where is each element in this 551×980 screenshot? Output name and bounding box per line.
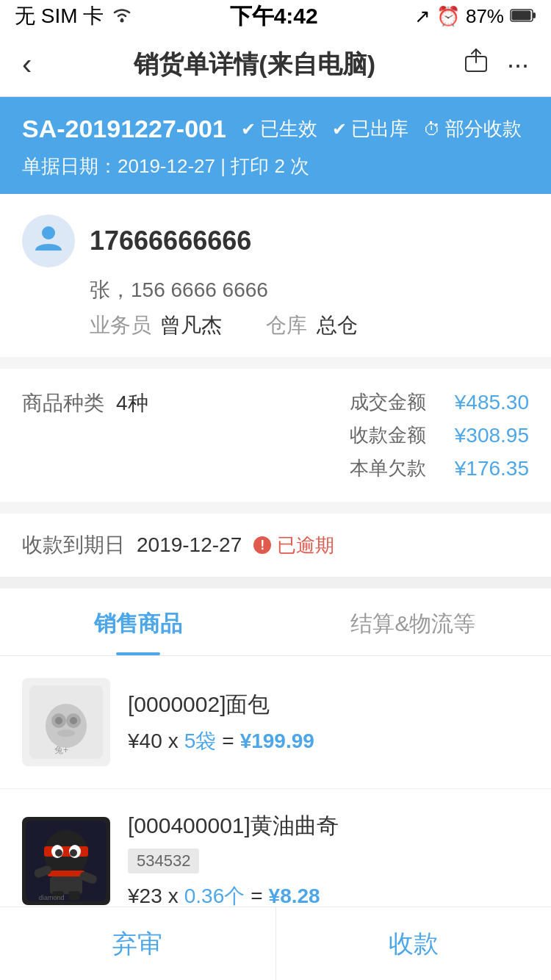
page-title: 销货单详情(来自电脑) [46, 48, 463, 82]
product-total-1: ¥199.99 [240, 729, 314, 753]
svg-text:diamond: diamond [39, 894, 65, 901]
svg-point-19 [55, 849, 62, 857]
stats-section: 商品种类 4种 成交金额 ¥485.30 收款金额 ¥308.95 本单欠款 ¥… [0, 369, 551, 502]
back-button[interactable]: ‹ [22, 48, 46, 81]
status-right: ↗ ⏰ 87% [414, 5, 536, 28]
order-meta: 单据日期：2019-12-27 | 打印 2 次 [22, 154, 529, 179]
person-icon [32, 221, 65, 261]
more-icon[interactable]: ··· [507, 49, 529, 80]
wifi-icon [111, 4, 133, 28]
product-sku-2: 534532 [128, 849, 199, 873]
warehouse-value: 总仓 [317, 314, 358, 336]
status-shipped-label: 已出库 [351, 116, 408, 142]
product-thumb-2: diamond [22, 817, 110, 905]
category-value: 4种 [116, 389, 148, 417]
stats-row: 商品种类 4种 成交金额 ¥485.30 收款金额 ¥308.95 本单欠款 ¥… [22, 389, 529, 481]
svg-point-7 [46, 704, 87, 748]
overdue-icon: ! [253, 536, 271, 554]
customer-row: 17666666666 [22, 215, 529, 267]
due-date: 2019-12-27 [137, 533, 242, 557]
product-thumb-1: 兔+ [22, 678, 110, 766]
tab-sales-products-label: 销售商品 [94, 611, 182, 635]
carrier-label: 无 SIM 卡 [15, 2, 104, 30]
transaction-row: 成交金额 ¥485.30 [350, 389, 529, 415]
warehouse-section: 仓库 总仓 [266, 311, 357, 339]
customer-info-row: 业务员 曾凡杰 仓库 总仓 [22, 311, 529, 339]
owed-label: 本单欠款 [350, 455, 426, 481]
tab-sales-products[interactable]: 销售商品 [0, 588, 276, 655]
check-icon-2: ✔ [332, 119, 347, 140]
svg-point-0 [120, 19, 124, 23]
battery-icon [510, 5, 536, 28]
owed-value: ¥176.35 [441, 457, 529, 480]
svg-rect-26 [68, 891, 80, 900]
stats-left: 商品种类 4种 [22, 389, 148, 417]
nav-actions: ··· [463, 48, 529, 81]
product-price-2: ¥23 [128, 884, 162, 908]
customer-name: 17666666666 [90, 226, 251, 256]
svg-point-12 [57, 729, 75, 737]
clock-icon: ⏱ [423, 119, 441, 140]
status-badge-partial: ⏱ 部分收款 [423, 116, 522, 142]
product-qty-1: 5袋 [184, 727, 217, 755]
customer-phone: 张，156 6666 6666 [22, 276, 529, 304]
tab-settlement[interactable]: 结算&物流等 [276, 588, 551, 655]
product-item: 兔+ [0000002]面包 ¥40 x 5袋 = ¥199.99 [0, 656, 551, 789]
due-label: 收款到期日 [22, 531, 125, 559]
due-section: 收款到期日 2019-12-27 ! 已逾期 [0, 514, 551, 577]
alarm-icon: ⏰ [436, 5, 460, 28]
svg-point-10 [55, 717, 62, 724]
product-equals-1: = [222, 729, 234, 753]
product-total-2: ¥8.28 [269, 884, 320, 908]
received-value: ¥308.95 [441, 424, 529, 447]
product-price-1: ¥40 [128, 729, 162, 753]
order-meta-date: 单据日期：2019-12-27 [22, 155, 215, 177]
transaction-label: 成交金额 [350, 389, 426, 415]
order-meta-sep: | [220, 155, 231, 177]
svg-text:兔+: 兔+ [54, 745, 68, 755]
order-meta-print: 打印 2 次 [231, 155, 309, 177]
product-multiply-2: x [168, 884, 179, 908]
confirm-button[interactable]: 收款 [276, 907, 552, 980]
battery-percentage: 87% [466, 5, 504, 28]
status-effective-label: 已生效 [260, 116, 317, 142]
svg-rect-16 [44, 846, 88, 857]
product-name-1: [0000002]面包 [128, 690, 529, 720]
customer-section: 17666666666 张，156 6666 6666 业务员 曾凡杰 仓库 总… [0, 194, 551, 357]
stats-right: 成交金额 ¥485.30 收款金额 ¥308.95 本单欠款 ¥176.35 [350, 389, 529, 481]
order-banner-row1: SA-20191227-001 ✔ 已生效 ✔ 已出库 ⏱ 部分收款 [22, 115, 529, 143]
product-multiply-1: x [168, 729, 179, 753]
confirm-label: 收款 [389, 927, 439, 961]
overdue-badge: ! 已逾期 [253, 533, 334, 558]
cancel-button[interactable]: 弃审 [0, 907, 276, 980]
svg-point-11 [70, 717, 77, 724]
status-time: 下午4:42 [230, 1, 318, 32]
svg-point-5 [42, 226, 55, 239]
salesperson-section: 业务员 曾凡杰 [90, 311, 222, 339]
order-banner: SA-20191227-001 ✔ 已生效 ✔ 已出库 ⏱ 部分收款 单据日期：… [0, 97, 551, 194]
avatar [22, 215, 75, 267]
transaction-value: ¥485.30 [441, 391, 529, 414]
salesperson-value: 曾凡杰 [160, 314, 222, 336]
cancel-label: 弃审 [112, 927, 162, 961]
svg-point-20 [70, 849, 77, 857]
status-left: 无 SIM 卡 [15, 2, 133, 30]
svg-rect-3 [512, 10, 531, 20]
received-row: 收款金额 ¥308.95 [350, 422, 529, 448]
share-icon[interactable] [463, 48, 489, 81]
salesperson-label: 业务员 [90, 314, 151, 336]
section-divider [0, 577, 551, 588]
location-icon: ↗ [414, 5, 431, 28]
received-label: 收款金额 [350, 422, 426, 448]
product-info-2: [000400001]黄油曲奇 534532 ¥23 x 0.36个 = ¥8.… [128, 811, 529, 910]
order-id: SA-20191227-001 [22, 115, 226, 143]
status-bar: 无 SIM 卡 下午4:42 ↗ ⏰ 87% [0, 0, 551, 32]
svg-rect-21 [48, 871, 84, 876]
product-equals-2: = [251, 884, 262, 908]
nav-bar: ‹ 销货单详情(来自电脑) ··· [0, 32, 551, 97]
overdue-label: 已逾期 [277, 533, 334, 558]
owed-row: 本单欠款 ¥176.35 [350, 455, 529, 481]
status-badge-shipped: ✔ 已出库 [332, 116, 408, 142]
tab-settlement-label: 结算&物流等 [350, 611, 475, 635]
check-icon-1: ✔ [241, 119, 256, 140]
